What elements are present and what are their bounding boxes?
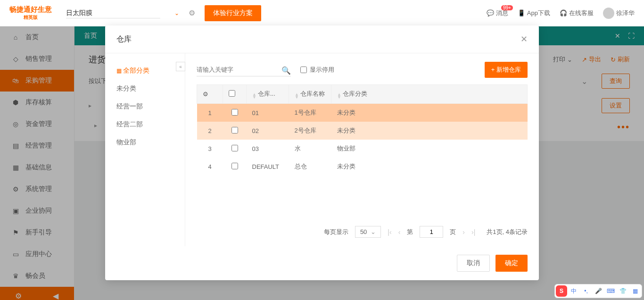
- row-code: DEFAULT: [247, 158, 289, 175]
- table-row[interactable]: 1 01 1号仓库 未分类: [197, 104, 528, 122]
- phone-icon: 📱: [518, 9, 525, 17]
- gear-icon[interactable]: ⚙: [189, 8, 195, 17]
- table-row[interactable]: 2 02 2号仓库 未分类: [197, 122, 528, 140]
- cancel-button[interactable]: 取消: [457, 255, 490, 272]
- row-category: 未分类: [331, 122, 528, 140]
- row-name: 总仓: [289, 158, 331, 175]
- column-settings[interactable]: ⚙: [197, 85, 223, 104]
- column-category[interactable]: ▲▼仓库分类: [331, 85, 528, 104]
- messages-link[interactable]: 💬 消息 99+: [487, 9, 508, 17]
- sort-icon: ▲▼: [295, 93, 299, 99]
- row-checkbox[interactable]: [231, 145, 238, 151]
- row-index: 3: [197, 140, 223, 158]
- row-name: 水: [289, 140, 331, 158]
- category-item[interactable]: 物业部: [105, 133, 185, 151]
- ime-sogou-icon[interactable]: S: [556, 285, 567, 297]
- row-category: 物业部: [331, 140, 528, 158]
- row-name: 2号仓库: [289, 122, 331, 140]
- row-index: 2: [197, 122, 223, 140]
- row-index: 4: [197, 158, 223, 175]
- warehouse-table: ⚙ ▲▼仓库... ▲▼仓库名称 ▲▼仓库分类 1 01 1号仓库 未分类 2 …: [197, 84, 528, 175]
- row-checkbox[interactable]: [231, 127, 238, 133]
- user-menu[interactable]: 徐泽华: [603, 8, 635, 19]
- show-disabled-label: 显示停用: [310, 66, 334, 74]
- column-name[interactable]: ▲▼仓库名称: [289, 85, 331, 104]
- category-item[interactable]: 经营二部: [105, 116, 185, 133]
- chevron-down-icon: ⌄: [174, 10, 179, 17]
- row-code: 01: [247, 104, 289, 122]
- row-checkbox[interactable]: [231, 109, 238, 116]
- message-icon: 💬: [487, 9, 494, 17]
- category-item[interactable]: 未分类: [105, 80, 185, 98]
- table-row[interactable]: 3 03 水 物业部: [197, 140, 528, 158]
- sort-icon: ▲▼: [337, 93, 341, 99]
- ime-keyboard-icon[interactable]: ⌨: [605, 285, 616, 297]
- category-all[interactable]: 全部分类: [105, 62, 185, 80]
- ime-voice-icon[interactable]: 🎤: [593, 285, 604, 297]
- sidebar-collapse-button[interactable]: «: [176, 62, 185, 71]
- per-page-select[interactable]: 50 ⌄: [355, 226, 381, 238]
- row-category: 未分类: [331, 104, 528, 122]
- column-code[interactable]: ▲▼仓库...: [247, 85, 289, 104]
- ime-lang-button[interactable]: 中: [568, 285, 579, 297]
- show-disabled-checkbox[interactable]: 显示停用: [300, 66, 334, 74]
- pagination: 每页显示 50 ⌄ |‹ ‹ 第 页 › ›| 共1页, 4条记录: [197, 217, 528, 238]
- sort-icon: ▲▼: [252, 93, 256, 99]
- cta-button[interactable]: 体验行业方案: [205, 5, 261, 21]
- logo[interactable]: 畅捷通好生意 精英版: [9, 5, 52, 21]
- warehouse-modal: 仓库 ✕ « 全部分类 未分类 经营一部 经营二部 物业部 🔍 显示停用 + 新…: [105, 25, 539, 280]
- logo-text: 畅捷通好生意: [9, 5, 52, 14]
- ime-toolbar: S 中 •, 🎤 ⌨ 👕 ▦: [554, 284, 642, 298]
- table-header-row: ⚙ ▲▼仓库... ▲▼仓库名称 ▲▼仓库分类: [197, 85, 528, 104]
- first-page-icon[interactable]: |‹: [388, 228, 391, 236]
- search-input-wrapper: 🔍: [197, 63, 291, 76]
- table-row[interactable]: 4 DEFAULT 总仓 未分类: [197, 158, 528, 175]
- pagination-summary: 共1页, 4条记录: [487, 228, 528, 236]
- messages-badge: 99+: [501, 5, 513, 10]
- new-warehouse-button[interactable]: + 新增仓库: [485, 62, 528, 78]
- search-input[interactable]: [197, 63, 291, 76]
- online-service-label: 在线客服: [569, 9, 594, 17]
- username: 徐泽华: [616, 9, 635, 17]
- confirm-button[interactable]: 确定: [495, 255, 528, 272]
- modal-title: 仓库: [116, 34, 132, 44]
- row-checkbox[interactable]: [231, 163, 238, 169]
- page-suffix: 页: [450, 228, 456, 236]
- category-item[interactable]: 经营一部: [105, 98, 185, 116]
- search-icon[interactable]: 🔍: [281, 66, 291, 75]
- row-code: 03: [247, 140, 289, 158]
- ime-skin-icon[interactable]: 👕: [617, 285, 628, 297]
- logo-subtitle: 精英版: [24, 14, 38, 21]
- top-header: 畅捷通好生意 精英版 日太阳膜 ⌄ ⚙ 体验行业方案 💬 消息 99+ 📱 Ap…: [0, 0, 644, 26]
- select-all-checkbox[interactable]: [229, 90, 235, 97]
- close-icon[interactable]: ✕: [520, 34, 528, 44]
- row-name: 1号仓库: [289, 104, 331, 122]
- prev-page-icon[interactable]: ‹: [398, 228, 401, 236]
- last-page-icon[interactable]: ›|: [471, 228, 475, 236]
- shop-name: 日太阳膜: [66, 9, 92, 17]
- online-service-link[interactable]: 🎧 在线客服: [560, 9, 594, 17]
- page-input[interactable]: [420, 226, 443, 238]
- next-page-icon[interactable]: ›: [462, 228, 465, 236]
- chevron-down-icon: ⌄: [371, 228, 376, 235]
- checkbox[interactable]: [300, 67, 307, 73]
- ime-toolbox-icon[interactable]: ▦: [629, 285, 641, 297]
- row-index: 1: [197, 104, 223, 122]
- app-download-link[interactable]: 📱 App下载: [518, 9, 550, 17]
- avatar-icon: [603, 8, 614, 19]
- per-page-label: 每页显示: [324, 228, 348, 236]
- headset-icon: 🎧: [560, 9, 567, 17]
- row-code: 02: [247, 122, 289, 140]
- row-category: 未分类: [331, 158, 528, 175]
- page-prefix: 第: [407, 228, 413, 236]
- app-download-label: App下载: [527, 9, 550, 17]
- modal-category-sidebar: « 全部分类 未分类 经营一部 经营二部 物业部: [105, 53, 185, 246]
- shop-selector[interactable]: 日太阳膜 ⌄: [66, 9, 179, 17]
- ime-punct-button[interactable]: •,: [580, 285, 592, 297]
